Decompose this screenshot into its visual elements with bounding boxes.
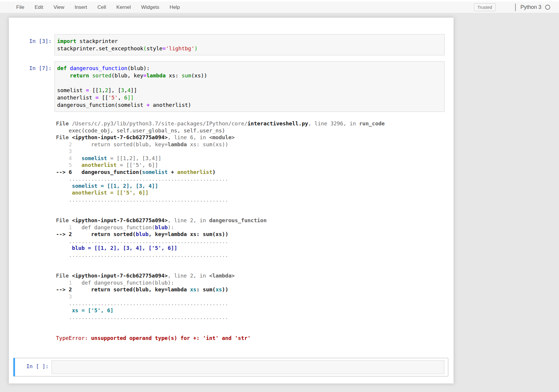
code-input-area[interactable]: import stackprinterstackprinter.set_exce… (54, 34, 445, 55)
trusted-badge[interactable]: Trusted (474, 3, 496, 11)
output-line: File /Users/c/.py3/lib/python3.7/site-pa… (56, 120, 445, 127)
token-db: --> 6 dangerous_function( (56, 169, 142, 175)
output-line: 1 def dangerous_function(blub): (56, 279, 445, 286)
code-input-area[interactable]: def dangerous_function(blub): return sor… (54, 61, 445, 112)
token-v1: somelist (82, 155, 107, 161)
token-p: (blub, key (111, 72, 143, 79)
output-line: ........................................… (56, 238, 445, 245)
token-o: = (95, 94, 99, 101)
output-line: 1 def dangerous_function(blub): (56, 224, 445, 231)
menu-item-view[interactable]: View (54, 4, 64, 10)
code-cell-1[interactable]: In [3]:import stackprinterstackprinter.s… (13, 34, 445, 55)
output-line: xs = ['5', 6] (56, 307, 445, 314)
token-db: --> 2 return sorted(blub, key=lambda (56, 286, 190, 293)
token-s: '5' (108, 94, 118, 101)
token-g: /Users/c/.py3/lib/python3.7/site-package… (72, 120, 247, 127)
menu-item-edit[interactable]: Edit (34, 4, 43, 10)
token-v3: blub (155, 224, 168, 230)
token-g: , line 3296, in (308, 120, 359, 127)
token-g: , line 6, in (168, 134, 209, 140)
output-line: TypeError: unsupported operand type(s) f… (56, 335, 445, 342)
token-g: return sorted(blub, key= (72, 141, 168, 147)
token-db: --> 2 return sorted( (56, 231, 136, 237)
token-o: = (86, 87, 89, 93)
kernel-idle-icon (545, 5, 550, 10)
code-input-area[interactable] (52, 360, 444, 374)
menu-item-file[interactable]: File (16, 4, 24, 10)
token-dot: ........................................… (56, 176, 228, 182)
code-line: stackprinter.set_excepthook(style='light… (57, 45, 442, 52)
output-line: blub = [[1, 2], [3, 4], ['5', 6]] (56, 245, 445, 252)
token-ln: 3 (56, 148, 72, 154)
output-line (56, 265, 445, 273)
token-v3: blub = [[1, 2], [3, 4], ['5', 6]] (56, 245, 177, 251)
token-p (89, 72, 92, 79)
token-p: stackprinter (76, 38, 118, 44)
menu-items: FileEditViewInsertCellKernelWidgetsHelp (16, 4, 474, 10)
token-db: : sum( (196, 286, 216, 293)
output-line: ........................................… (56, 300, 445, 307)
code-line: anotherlist = [['5', 6]] (57, 94, 442, 101)
token-p: (blub): (127, 65, 150, 71)
token-ln: 1 (56, 224, 72, 230)
token-p: style (146, 45, 162, 52)
token-dot: ........................................… (56, 300, 228, 306)
token-ln: 3 (56, 293, 72, 300)
menu-item-insert[interactable]: Insert (75, 4, 87, 10)
kernel-divider (515, 4, 516, 11)
code-cell-empty[interactable]: In [ ]: (13, 358, 448, 376)
output-line: --> 6 dangerous_function(somelist + anot… (56, 169, 445, 176)
token-v2: anotherlist = [['5', 6]] (56, 190, 148, 196)
token-gb: lambda (168, 141, 187, 147)
token-v4: xs = ['5', 6] (56, 307, 113, 313)
code-line: somelist = [[1,2], [3,4]] (57, 87, 442, 94)
output-line: 3 (56, 293, 445, 300)
token-v2: anotherlist (177, 169, 212, 175)
token-g: , line 2, in (168, 217, 209, 223)
token-g: xs: sum(xs)) (187, 141, 228, 147)
token-gb: File (56, 273, 72, 279)
token-n: 6 (124, 94, 128, 101)
token-g: = [[1,2], [3,4]] (107, 155, 161, 161)
menu-item-cell[interactable]: Cell (97, 4, 106, 10)
menu-item-help[interactable]: Help (170, 4, 180, 10)
token-db: )) (222, 286, 229, 293)
token-v2: anotherlist (82, 162, 117, 168)
token-s: 'lightbg' (166, 45, 194, 52)
token-p: stackprinter.set_excepthook (57, 45, 143, 52)
code-cell-2-wrapper: In [7]:def dangerous_function(blub): ret… (9, 61, 454, 341)
code-cell-2[interactable]: In [7]:def dangerous_function(blub): ret… (13, 61, 445, 112)
token-v3: blub (136, 231, 148, 237)
token-p: , (124, 87, 128, 93)
token-o: = (143, 72, 147, 79)
token-db: , key=lambda xs: sum(xs)) (148, 231, 228, 237)
input-prompt: In [3]: (13, 34, 54, 55)
code-line (54, 363, 442, 371)
menu-item-kernel[interactable]: Kernel (116, 4, 131, 10)
token-v1: somelist (142, 169, 168, 175)
code-cell-empty-wrapper: In [ ]: (9, 358, 454, 376)
token-b: sorted (92, 72, 111, 79)
menu-item-widgets[interactable]: Widgets (141, 4, 159, 10)
cell-output-traceback: File /Users/c/.py3/lib/python3.7/site-pa… (54, 120, 445, 341)
token-p: [[ (99, 94, 108, 101)
token-k: import (57, 38, 76, 44)
token-p (57, 72, 70, 79)
token-p: , (102, 87, 105, 93)
token-p: somelist (57, 87, 86, 93)
token-dot: ........................................… (56, 252, 228, 258)
token-n: 1 (99, 87, 102, 93)
output-line: exec(code_obj, self.user_global_ns, self… (56, 127, 445, 134)
token-p: , (118, 94, 124, 101)
token-rb: unsupported operand type(s) for +: 'int'… (91, 335, 251, 341)
input-prompt: In [ ]: (14, 360, 52, 374)
token-g (72, 155, 82, 161)
token-gb: <lambda> (209, 273, 235, 279)
token-p: xs: (166, 72, 182, 79)
token-p: anotherlist (57, 94, 95, 101)
output-line: --> 2 return sorted(blub, key=lambda xs:… (56, 231, 445, 238)
token-p (67, 65, 70, 71)
notebook-site: In [3]:import stackprinterstackprinter.s… (0, 13, 559, 392)
token-ln: 2 (56, 141, 72, 147)
token-dot: ........................................… (56, 197, 228, 203)
